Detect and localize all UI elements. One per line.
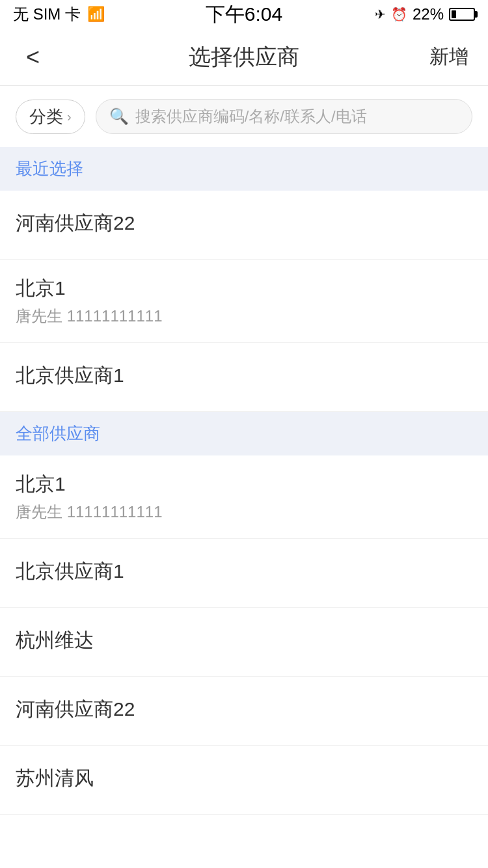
item-name: 苏州清风 (16, 765, 472, 792)
item-name: 河南供应商22 (16, 210, 472, 237)
list-item[interactable]: 北京1 唐先生 11111111111 (0, 455, 488, 539)
search-placeholder: 搜索供应商编码/名称/联系人/电话 (135, 106, 367, 127)
item-sub: 唐先生 11111111111 (16, 502, 472, 522)
item-sub: 唐先生 11111111111 (16, 306, 472, 327)
item-name: 北京1 (16, 471, 472, 498)
status-time: 下午6:04 (206, 1, 282, 28)
list-item[interactable]: 北京供应商1 (0, 343, 488, 412)
all-items-list: 北京1 唐先生 11111111111 北京供应商1 杭州维达 河南供应商22 … (0, 455, 488, 815)
search-icon: 🔍 (109, 107, 129, 126)
item-name: 北京供应商1 (16, 558, 472, 585)
battery-indicator (449, 8, 475, 21)
location-icon: ✈ (375, 7, 386, 22)
recent-items-list: 河南供应商22 北京1 唐先生 11111111111 北京供应商1 (0, 191, 488, 412)
status-carrier: 无 SIM 卡 📶 (13, 4, 105, 25)
item-name: 河南供应商22 (16, 696, 472, 723)
all-section-header: 全部供应商 (0, 412, 488, 455)
list-item[interactable]: 杭州维达 (0, 608, 488, 677)
category-label: 分类 (29, 105, 63, 128)
list-item[interactable]: 北京1 唐先生 11111111111 (0, 260, 488, 343)
nav-bar: < 选择供应商 新增 (0, 29, 488, 86)
status-right: ✈ ⏰ 22% (375, 5, 475, 23)
carrier-text: 无 SIM 卡 (13, 4, 81, 25)
item-name: 杭州维达 (16, 627, 472, 654)
wifi-icon: 📶 (87, 6, 105, 23)
list-item[interactable]: 苏州清风 (0, 746, 488, 815)
page-title: 选择供应商 (189, 42, 299, 72)
battery-cap (475, 11, 478, 18)
list-item[interactable]: 河南供应商22 (0, 191, 488, 260)
add-button[interactable]: 新增 (429, 44, 468, 70)
battery-text: 22% (413, 5, 444, 23)
search-bar: 分类 › 🔍 搜索供应商编码/名称/联系人/电话 (0, 86, 488, 147)
item-name: 北京供应商1 (16, 362, 472, 389)
list-item[interactable]: 北京供应商1 (0, 539, 488, 608)
chevron-right-icon: › (67, 109, 72, 124)
item-name: 北京1 (16, 275, 472, 302)
alarm-icon: ⏰ (391, 7, 407, 22)
status-bar: 无 SIM 卡 📶 下午6:04 ✈ ⏰ 22% (0, 0, 488, 29)
category-button[interactable]: 分类 › (16, 100, 85, 134)
recent-section-header: 最近选择 (0, 147, 488, 191)
search-input-wrap[interactable]: 🔍 搜索供应商编码/名称/联系人/电话 (96, 99, 472, 134)
battery-fill (452, 10, 456, 18)
back-button[interactable]: < (20, 37, 46, 77)
list-item[interactable]: 河南供应商22 (0, 677, 488, 746)
